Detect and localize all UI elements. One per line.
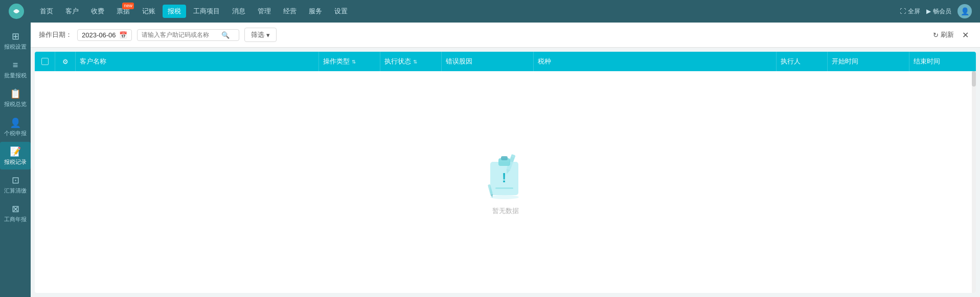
personal-tax-icon: 👤 [10,117,21,129]
empty-text: 暂无数据 [492,206,519,216]
th-end-time: 结束时间 [909,52,976,71]
toolbar: 操作日期： 2023-06-06 📅 🔍 筛选 ▾ ↻ 刷新 ✕ [31,23,980,48]
nav-fee[interactable]: 收费 [86,5,109,18]
calc-tax-icon: ⊡ [10,175,21,186]
member-label: 畅会员 [933,7,951,16]
th-end-time-label: 结束时间 [914,57,940,66]
nav-items: 首页 客户 收费 票据 new 记账 报税 工商项目 消息 管理 经营 服务 设… [35,5,900,18]
nav-operation[interactable]: 经营 [278,5,302,18]
sidebar-item-batch-tax[interactable]: ≡ 批量报税 [0,55,31,83]
nav-right: ⛶ 全屏 ▶ 畅会员 👤 [900,4,972,18]
th-type-label: 操作类型 [323,57,350,66]
th-status-label: 执行状态 [384,57,411,66]
sidebar: ⊞ 报税设置 ≡ 批量报税 📋 报税总览 👤 个税申报 📝 报税记录 ⊡ 汇算清… [0,23,31,297]
sort-type-icon: ⇅ [352,59,356,65]
svg-rect-6 [501,156,508,160]
th-status[interactable]: 执行状态 ⇅ [380,52,442,71]
th-tax-type: 税种 [534,52,777,71]
th-tax-type-label: 税种 [538,57,551,66]
nav-service[interactable]: 服务 [304,5,327,18]
tax-overview-icon: 📋 [10,88,21,99]
member-button[interactable]: ▶ 畅会员 [926,7,951,16]
table-container: ⚙ 客户名称 操作类型 ⇅ 执行状态 ⇅ 错误股因 税种 [35,52,976,293]
nav-biz[interactable]: 工商项目 [188,5,225,18]
search-wrap: 🔍 [137,29,239,41]
settings-icon[interactable]: ⚙ [62,58,69,66]
scrollbar[interactable] [972,71,976,293]
th-error-label: 错误股因 [446,57,472,66]
nav-manage[interactable]: 管理 [253,5,276,18]
settings-column-header: ⚙ [55,52,76,71]
th-start-time-label: 开始时间 [832,57,858,66]
th-type[interactable]: 操作类型 ⇅ [319,52,380,71]
th-start-time: 开始时间 [828,52,909,71]
svg-text:!: ! [502,170,506,185]
date-label: 操作日期： [39,30,72,39]
sidebar-item-calc-tax[interactable]: ⊡ 汇算清缴 [0,171,31,198]
nav-account[interactable]: 记账 [137,5,161,18]
nav-settings[interactable]: 设置 [329,5,353,18]
sidebar-label-tax-record: 报税记录 [4,159,27,165]
nav-tax[interactable]: 报税 [163,5,186,18]
annual-report-icon: ⊠ [10,203,21,215]
svg-rect-8 [495,187,513,189]
nav-client[interactable]: 客户 [60,5,84,18]
sidebar-label-tax-overview: 报税总览 [4,101,27,108]
date-value: 2023-06-06 [82,31,116,39]
chevron-down-icon: ▾ [266,31,270,39]
sidebar-label-calc-tax: 汇算清缴 [4,187,27,194]
sidebar-item-tax-overview[interactable]: 📋 报税总览 [0,84,31,112]
avatar-icon: 👤 [961,7,969,15]
fullscreen-icon: ⛶ [900,8,906,15]
tax-record-icon: 📝 [10,146,21,157]
sidebar-item-annual-report[interactable]: ⊠ 工商年报 [0,199,31,227]
empty-state: ! 暂无数据 [470,139,541,226]
empty-illustration: ! [480,149,531,200]
refresh-label: 刷新 [941,30,954,39]
fullscreen-button[interactable]: ⛶ 全屏 [900,7,920,16]
filter-button[interactable]: 筛选 ▾ [244,28,277,42]
th-error: 错误股因 [442,52,534,71]
close-button[interactable]: ✕ [959,29,972,41]
sidebar-item-tax-record[interactable]: 📝 报税记录 [0,142,31,169]
main-layout: ⊞ 报税设置 ≡ 批量报税 📋 报税总览 👤 个税申报 📝 报税记录 ⊡ 汇算清… [0,23,980,297]
date-input[interactable]: 2023-06-06 📅 [77,29,132,41]
member-icon: ▶ [926,8,931,15]
th-executor-label: 执行人 [781,57,801,66]
batch-tax-icon: ≡ [10,59,21,71]
table-header: ⚙ 客户名称 操作类型 ⇅ 执行状态 ⇅ 错误股因 税种 [35,52,976,71]
sidebar-item-personal-tax[interactable]: 👤 个税申报 [0,113,31,141]
th-name-label: 客户名称 [80,57,106,66]
svg-point-11 [490,195,519,199]
sidebar-label-batch-tax: 批量报税 [4,72,27,79]
sidebar-label-personal-tax: 个税申报 [4,130,27,137]
content-area: 操作日期： 2023-06-06 📅 🔍 筛选 ▾ ↻ 刷新 ✕ [31,23,980,297]
sidebar-label-tax-settings: 报税设置 [4,44,27,50]
th-executor: 执行人 [777,52,828,71]
refresh-icon: ↻ [933,31,939,39]
fullscreen-label: 全屏 [908,7,920,16]
checkbox-column-header [35,52,55,71]
sidebar-item-tax-settings[interactable]: ⊞ 报税设置 [0,27,31,54]
search-input[interactable] [142,31,218,38]
app-logo[interactable] [8,3,25,19]
th-name: 客户名称 [76,52,319,71]
scroll-thumb[interactable] [972,71,976,87]
search-icon: 🔍 [221,31,230,39]
top-navigation: 首页 客户 收费 票据 new 记账 报税 工商项目 消息 管理 经营 服务 设… [0,0,980,23]
nav-home[interactable]: 首页 [35,5,58,18]
tax-settings-icon: ⊞ [10,31,21,42]
calendar-icon: 📅 [119,31,127,39]
nav-invoice[interactable]: 票据 new [111,5,135,18]
table-body: ! 暂无数据 [35,71,976,293]
avatar[interactable]: 👤 [958,4,972,18]
new-badge: new [122,3,134,9]
filter-label: 筛选 [251,30,264,39]
nav-message[interactable]: 消息 [227,5,250,18]
refresh-button[interactable]: ↻ 刷新 [933,30,954,39]
sidebar-label-annual-report: 工商年报 [4,216,27,223]
sort-status-icon: ⇅ [413,59,417,65]
select-all-checkbox[interactable] [41,58,49,65]
